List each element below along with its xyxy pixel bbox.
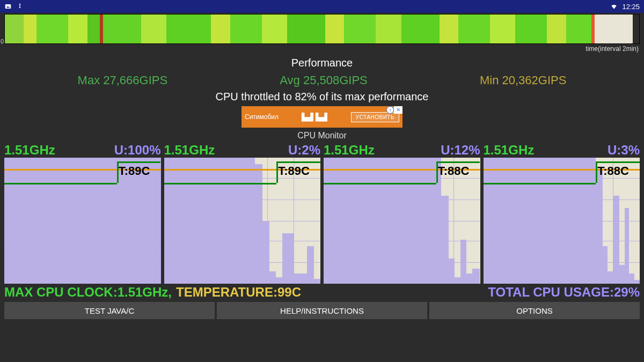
options-button[interactable]: OPTIONS: [429, 302, 640, 319]
svg-rect-0: [5, 4, 11, 9]
core-usage: U:2%: [288, 143, 320, 158]
ad-banner[interactable]: Ситимобил ▙▟ ▙▟ УСТАНОВИТЬ i ✕: [241, 106, 402, 128]
cpu-monitor-title: CPU Monitor: [0, 131, 644, 141]
core-usage: U:12%: [441, 143, 480, 158]
core-usage: U:3%: [608, 143, 640, 158]
perf-min: Min 20,362GIPS: [480, 73, 566, 87]
perf-avg: Avg 25,508GIPS: [280, 73, 368, 87]
core-freq: 1.51GHz: [324, 143, 375, 158]
status-time: 12:25: [622, 3, 640, 11]
core-temp: T:88C: [597, 164, 629, 178]
core-temp: T:89C: [278, 164, 310, 178]
throttle-spectrogram: 0: [4, 14, 640, 44]
bottom-button-bar: TEST JAVA/C HELP/INSTRUCTIONS OPTIONS: [0, 302, 644, 323]
cpu-core-2: 1.51GHz U:12% T:88C: [324, 143, 480, 284]
gallery-icon: [4, 3, 12, 10]
wifi-icon: [610, 3, 618, 10]
core-temp: T:88C: [438, 164, 470, 178]
core-chart: T:88C: [484, 158, 640, 284]
total-cpu-usage: TOTAL CPU USAGE:29%: [488, 285, 640, 300]
perf-max: Max 27,666GIPS: [78, 73, 168, 87]
core-chart: T:89C: [164, 158, 321, 284]
test-java-c-button[interactable]: TEST JAVA/C: [4, 302, 215, 319]
ad-close-icon[interactable]: ✕: [394, 106, 402, 114]
temperature: TEMPERATURE:99C: [176, 285, 301, 300]
help-instructions-button[interactable]: HELP/INSTRUCTIONS: [217, 302, 427, 319]
usb-icon: [16, 3, 24, 10]
cpu-stats-row: MAX CPU CLOCK:1.51GHz, TEMPERATURE:99C T…: [0, 284, 644, 302]
core-freq: 1.51GHz: [4, 143, 55, 158]
cpu-core-3: 1.51GHz U:3% T:88C: [484, 143, 640, 284]
core-chart: T:88C: [324, 158, 480, 284]
cpu-core-0: 1.51GHz U:100% T:89C: [4, 143, 161, 284]
ad-brand: Ситимобил: [245, 113, 279, 121]
android-status-bar: 12:25: [0, 0, 644, 13]
core-chart: T:89C: [4, 158, 161, 284]
spectro-time-label: time(interval 2min): [0, 44, 644, 56]
cpu-core-1: 1.51GHz U:2% T:89C: [164, 143, 321, 284]
core-temp: T:89C: [119, 164, 150, 178]
performance-title: Performance: [0, 57, 644, 69]
max-cpu-clock: MAX CPU CLOCK:1.51GHz,: [4, 285, 172, 300]
cpu-cores-row: 1.51GHz U:100% T:89C 1.51GHz U:2%: [0, 143, 644, 284]
ad-cta[interactable]: УСТАНОВИТЬ: [351, 112, 399, 122]
performance-summary: Max 27,666GIPS Avg 25,508GIPS Min 20,362…: [21, 73, 623, 87]
core-freq: 1.51GHz: [484, 143, 535, 158]
core-usage: U:100%: [114, 143, 161, 158]
spectro-zero-marker: 0: [1, 38, 4, 45]
throttle-text: CPU throttled to 82% of its max performa…: [0, 91, 644, 103]
core-freq: 1.51GHz: [164, 143, 215, 158]
ad-info-icon[interactable]: i: [386, 106, 394, 114]
